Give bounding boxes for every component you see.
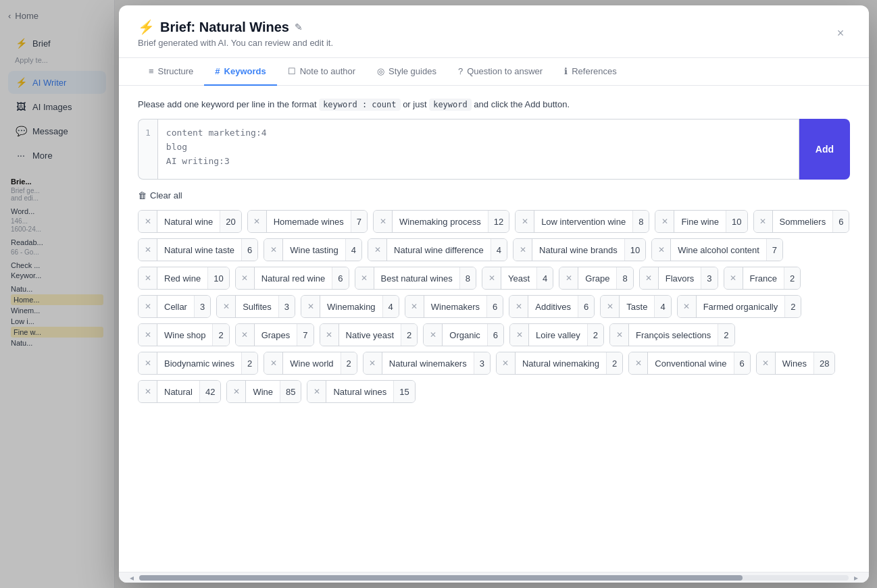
keyword-remove-3[interactable]: ✕ [516,210,534,233]
keyword-remove-11[interactable]: ✕ [139,267,157,290]
instructions-text: Please add one keyword per line in the f… [138,99,850,109]
lightning-icon-modal: ⚡ [138,19,155,35]
keyword-remove-27[interactable]: ✕ [320,323,339,346]
keyword-tag: ✕ François selections 2 [609,323,735,346]
clear-all-button[interactable]: 🗑 Clear all [138,190,182,201]
keyword-remove-18[interactable]: ✕ [139,295,157,318]
keyword-remove-21[interactable]: ✕ [405,295,424,318]
keyword-remove-19[interactable]: ✕ [217,295,236,318]
keyword-remove-13[interactable]: ✕ [355,267,374,290]
keyword-remove-37[interactable]: ✕ [139,380,157,403]
edit-icon[interactable]: ✎ [295,22,303,32]
keyword-count-6: 6 [241,238,257,261]
keyword-count-32: 2 [341,352,357,375]
keyword-remove-32[interactable]: ✕ [264,352,283,375]
keyword-text-12: Natural red wine [255,273,332,284]
keyword-tag: ✕ Farmed organically 2 [677,295,802,318]
scroll-left-arrow[interactable]: ◂ [130,573,134,583]
keyword-count-13: 8 [459,267,476,290]
horizontal-scrollbar[interactable]: ◂ ▸ [119,572,869,583]
keyword-remove-4[interactable]: ✕ [655,210,674,233]
keyword-remove-35[interactable]: ✕ [629,352,648,375]
tab-style[interactable]: ◎ Style guides [366,58,447,86]
tab-keywords[interactable]: # Keywords [204,58,276,86]
keyword-remove-2[interactable]: ✕ [374,210,393,233]
keyword-text-36: Wines [776,358,813,369]
tab-note[interactable]: ☐ Note to author [277,58,366,86]
keyword-remove-5[interactable]: ✕ [754,210,773,233]
keyword-count-36: 28 [813,352,834,375]
keyword-count-28: 6 [487,323,503,346]
hash-icon: # [215,66,220,76]
keyword-remove-15[interactable]: ✕ [559,267,578,290]
keyword-remove-20[interactable]: ✕ [301,295,320,318]
keyword-remove-17[interactable]: ✕ [724,267,743,290]
keyword-tag: ✕ Winemakers 6 [405,295,503,318]
tab-references[interactable]: ℹ References [553,58,627,86]
keywords-container: ✕ Natural wine 20 ✕ Homemade wines 7 ✕ W… [138,210,850,410]
keyword-remove-9[interactable]: ✕ [513,238,532,261]
keyword-remove-33[interactable]: ✕ [364,352,382,375]
keyword-remove-10[interactable]: ✕ [652,238,671,261]
keyword-textarea[interactable]: content marketing:4 blog AI writing:3 [157,119,799,180]
keyword-remove-12[interactable]: ✕ [236,267,255,290]
keyword-tag: ✕ Best natural wines 8 [355,267,476,290]
keyword-remove-36[interactable]: ✕ [757,352,776,375]
keyword-remove-34[interactable]: ✕ [497,352,516,375]
tab-style-label: Style guides [389,66,436,76]
keyword-text-35: Conventional wine [648,358,733,369]
keyword-tag: ✕ Taste 4 [600,295,671,318]
style-icon: ◎ [377,66,384,76]
keyword-tag: ✕ Cellar 3 [138,295,211,318]
keyword-tag: ✕ Natural winemakers 3 [363,352,491,375]
keyword-tag: ✕ Yeast 4 [482,267,553,290]
keyword-tag: ✕ Sommeliers 6 [753,210,850,233]
keyword-remove-38[interactable]: ✕ [227,380,246,403]
keyword-remove-7[interactable]: ✕ [264,238,283,261]
keyword-remove-26[interactable]: ✕ [236,323,255,346]
keyword-remove-25[interactable]: ✕ [139,323,157,346]
keyword-text-6: Natural wine taste [157,245,241,255]
keyword-remove-39[interactable]: ✕ [307,380,326,403]
keyword-remove-1[interactable]: ✕ [248,210,267,233]
keyword-remove-31[interactable]: ✕ [139,352,157,375]
keyword-text-24: Farmed organically [697,302,785,312]
scroll-thumb [139,575,743,581]
keyword-count-23: 4 [654,295,670,318]
scroll-right-arrow[interactable]: ▸ [854,573,858,583]
keyword-count-11: 10 [207,267,228,290]
keyword-remove-8[interactable]: ✕ [368,238,387,261]
keyword-remove-28[interactable]: ✕ [424,323,443,346]
keyword-text-0: Natural wine [157,217,220,227]
keyword-remove-23[interactable]: ✕ [601,295,620,318]
keyword-text-13: Best natural wines [374,273,459,284]
tabs-bar: ≡ Structure # Keywords ☐ Note to author … [119,58,869,86]
keyword-remove-16[interactable]: ✕ [640,267,659,290]
keyword-tag: ✕ Natural wine difference 4 [368,238,507,261]
keyword-remove-30[interactable]: ✕ [610,323,629,346]
keyword-count-15: 8 [616,267,632,290]
info-icon: ℹ [564,66,568,76]
tab-keywords-label: Keywords [224,66,266,76]
scroll-track[interactable] [139,575,849,581]
keyword-remove-29[interactable]: ✕ [510,323,529,346]
close-button[interactable]: × [831,24,850,43]
keyword-count-31: 2 [241,352,257,375]
keyword-remove-22[interactable]: ✕ [509,295,528,318]
keyword-count-33: 3 [474,352,490,375]
keyword-tag: ✕ Biodynamic wines 2 [138,352,258,375]
keyword-text-25: Wine shop [157,330,212,340]
add-button[interactable]: Add [799,119,850,180]
keyword-remove-14[interactable]: ✕ [482,267,501,290]
keyword-remove-6[interactable]: ✕ [139,238,157,261]
keyword-tag: ✕ Flavors 3 [639,267,718,290]
tab-structure-label: Structure [158,66,194,76]
tab-structure[interactable]: ≡ Structure [138,58,204,86]
keyword-text-33: Natural winemakers [382,358,474,369]
keyword-remove-24[interactable]: ✕ [678,295,697,318]
keyword-count-10: 7 [766,238,782,261]
note-icon: ☐ [288,66,296,76]
keyword-remove-0[interactable]: ✕ [139,210,157,233]
structure-icon: ≡ [149,66,154,76]
tab-question[interactable]: ? Question to answer [447,58,553,86]
